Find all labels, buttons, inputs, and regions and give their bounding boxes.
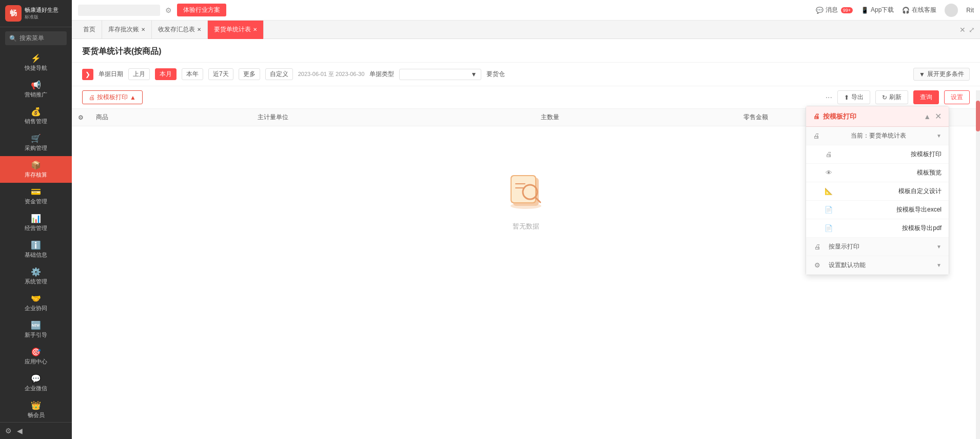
expand-more-button[interactable]: ▼ 展开更多条件: [913, 68, 970, 81]
sidebar-item-finance[interactable]: 💳 资金管理: [0, 183, 72, 209]
item-preview-icon: 👁: [825, 169, 833, 177]
set-default-chevron: ▼: [936, 262, 942, 268]
search-menu-label: 搜索菜单: [19, 34, 44, 43]
sidebar-item-label: 新手引导: [25, 331, 47, 339]
tab-inventory-batch[interactable]: 库存批次账 ✕: [102, 21, 152, 39]
sidebar-collapse-button[interactable]: ◀: [17, 427, 23, 435]
item-excel-icon: 📄: [825, 206, 833, 214]
search-menu-button[interactable]: 🔍 搜索菜单: [5, 31, 67, 45]
dropdown-collapse-icon[interactable]: ▲: [924, 112, 931, 121]
scroll-thumb[interactable]: [976, 101, 980, 131]
tab-maximize-icon[interactable]: ⤢: [969, 26, 975, 34]
empty-icon: [500, 167, 552, 214]
sidebar-item-operation[interactable]: 📊 经营管理: [0, 209, 72, 236]
dropdown-item-template-preview[interactable]: 👁 模板预览: [806, 164, 949, 182]
sidebar-item-label: 资金管理: [25, 198, 47, 205]
sidebar-item-system[interactable]: ⚙️ 系统管理: [0, 263, 72, 290]
settings-button[interactable]: 设置: [944, 90, 970, 104]
sidebar-item-marketing[interactable]: 📢 营销推广: [0, 76, 72, 103]
tab-home[interactable]: 首页: [77, 21, 102, 39]
sidebar-item-enterprise[interactable]: 🤝 企业协同: [0, 290, 72, 316]
current-template-chevron: ▼: [936, 133, 942, 139]
sidebar-item-wechat[interactable]: 💬 企业微信: [0, 370, 72, 396]
template-print-button[interactable]: 🖨 按模板打印 ▲: [82, 90, 143, 104]
sidebar-search-area: 🔍 搜索菜单: [0, 27, 72, 49]
tab-requisition-stats-close[interactable]: ✕: [253, 27, 257, 32]
empty-text: 暂无数据: [513, 222, 539, 231]
query-button[interactable]: 查询: [913, 90, 939, 104]
apps-icon: 🎯: [31, 347, 41, 357]
sidebar-logo: 畅 畅康通好生意 标准版: [0, 0, 72, 27]
type-filter-select[interactable]: ▼: [399, 69, 481, 80]
user-avatar[interactable]: [945, 4, 958, 17]
dropdown-item-export-pdf[interactable]: 📄 按模板导出pdf: [806, 219, 949, 238]
tab-inventory-batch-close[interactable]: ✕: [141, 27, 145, 32]
dropdown-item-export-excel[interactable]: 📄 按模板导出excel: [806, 201, 949, 219]
purchase-icon: 🛒: [31, 133, 41, 143]
dropdown-title-text: 按模板打印: [823, 112, 856, 121]
current-template-row[interactable]: 🖨 当前：要货单统计表 ▼: [806, 127, 949, 145]
headset-icon: 🎧: [902, 7, 910, 14]
sales-icon: 💰: [31, 107, 41, 117]
topbar-search-input[interactable]: [78, 5, 160, 16]
date-btn-last-month[interactable]: 上月: [128, 68, 150, 80]
dropdown-printer-icon: 🖨: [813, 112, 820, 120]
tab-home-label: 首页: [83, 25, 95, 34]
dropdown-item-template-design[interactable]: 📐 模板自定义设计: [806, 182, 949, 201]
refresh-icon: ↻: [882, 94, 887, 101]
refresh-button[interactable]: ↻ 刷新: [875, 90, 908, 104]
tab-requisition-stats[interactable]: 要货单统计表 ✕: [208, 21, 264, 39]
export-button[interactable]: ⬆ 导出: [837, 90, 870, 104]
sidebar-item-basic[interactable]: ℹ️ 基础信息: [0, 236, 72, 263]
sidebar-item-label: 企业协同: [25, 304, 47, 312]
tab-close-window-icon[interactable]: ✕: [959, 26, 966, 34]
date-btn-this-month[interactable]: 本月: [155, 68, 177, 80]
date-btn-more[interactable]: 更多: [239, 68, 260, 80]
sidebar-item-label: 系统管理: [25, 278, 47, 285]
goods-warehouse-label: 要货仓: [486, 70, 505, 79]
sidebar-item-sales[interactable]: 💰 销售管理: [0, 103, 72, 129]
trial-button[interactable]: 体验行业方案: [177, 4, 226, 16]
more-options-icon[interactable]: ···: [826, 93, 832, 102]
sidebar-item-inventory[interactable]: 📦 库存核算: [0, 156, 72, 183]
sidebar-item-apps[interactable]: 🎯 应用中心: [0, 343, 72, 370]
messages-badge: 99+: [841, 7, 853, 13]
messages-item[interactable]: 💬 消息 99+: [816, 6, 853, 14]
item-label: 按模板导出excel: [896, 205, 942, 214]
date-btn-custom[interactable]: 自定义: [265, 68, 293, 80]
col-header-gear[interactable]: ⚙: [72, 109, 90, 126]
user-name[interactable]: Rit: [966, 7, 974, 14]
tab-collection-summary[interactable]: 收发存汇总表 ✕: [152, 21, 208, 39]
sidebar-item-label: 销售管理: [25, 118, 47, 125]
page-content: 要货单统计表(按商品) ❯ 单据日期 上月 本月 本年 近7天 更多 自定义 2…: [72, 39, 980, 439]
topbar-gear-icon[interactable]: ⚙: [165, 6, 172, 14]
app-download-item[interactable]: 📱 App下载: [861, 6, 894, 14]
online-service-item[interactable]: 🎧 在线客服: [902, 6, 936, 14]
tab-requisition-stats-label: 要货单统计表: [214, 25, 251, 34]
item-pdf-icon: 📄: [825, 224, 833, 233]
sidebar-item-quick-nav[interactable]: ⚡ 快捷导航: [0, 49, 72, 76]
dropdown-close-icon[interactable]: ✕: [935, 111, 942, 121]
dropdown-item-set-default[interactable]: ⚙ 设置默认功能 ▼: [806, 256, 949, 275]
guide-icon: 🆕: [31, 320, 41, 330]
date-btn-last-7-days[interactable]: 近7天: [208, 68, 233, 80]
online-service-label: 在线客服: [912, 6, 936, 14]
enterprise-icon: 🤝: [31, 294, 41, 303]
sidebar-item-label: 库存核算: [25, 171, 47, 179]
tab-collection-summary-close[interactable]: ✕: [197, 27, 201, 32]
sidebar-item-purchase[interactable]: 🛒 采购管理: [0, 129, 72, 156]
quick-nav-icon: ⚡: [31, 53, 41, 63]
sidebar-item-guide[interactable]: 🆕 新手引导: [0, 316, 72, 343]
item-label: 按显示打印: [829, 242, 932, 251]
scrollbar[interactable]: [976, 90, 980, 439]
sidebar-item-label: 企业微信: [25, 385, 47, 392]
dropdown-item-template-print[interactable]: 🖨 按模板打印: [806, 145, 949, 164]
sidebar-settings-button[interactable]: ⚙: [5, 427, 12, 435]
filter-expand-button[interactable]: ❯: [82, 69, 93, 80]
messages-label: 消息: [826, 6, 838, 14]
type-select-chevron: ▼: [471, 71, 477, 78]
tab-collection-summary-label: 收发存汇总表: [158, 25, 195, 34]
date-btn-this-year[interactable]: 本年: [182, 68, 203, 80]
sidebar-item-member[interactable]: 👑 畅会员: [0, 396, 72, 422]
dropdown-item-display-print[interactable]: 🖨 按显示打印 ▼: [806, 238, 949, 256]
